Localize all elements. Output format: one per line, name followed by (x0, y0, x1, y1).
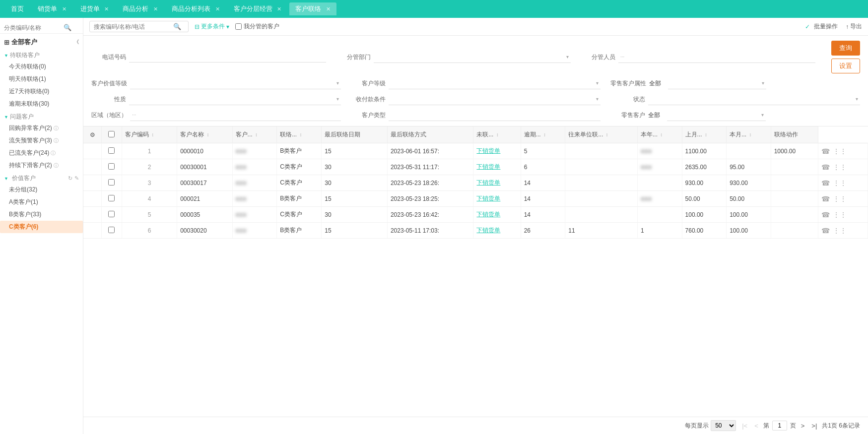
filter-phone-input[interactable] (129, 52, 326, 62)
row-checkbox-cell[interactable] (102, 191, 122, 207)
row-checkbox[interactable] (108, 147, 115, 154)
row-checkbox-cell[interactable] (102, 175, 122, 191)
filter-retail-customer-select[interactable]: ▾ (667, 109, 766, 121)
search-icon[interactable]: 🔍 (173, 23, 181, 30)
contact-icon[interactable]: ☎ (821, 211, 830, 219)
nav-purchase-order[interactable]: 进货单 ✕ (74, 2, 115, 15)
col-settings[interactable]: ⚙ (83, 126, 102, 143)
nav-product-analysis-list[interactable]: 商品分析列表 ✕ (166, 2, 226, 15)
more-filters-btn[interactable]: ⊟ 更多条件 ▾ (195, 22, 229, 31)
row-checkbox[interactable] (108, 211, 115, 217)
filter-status-select[interactable]: ▾ (648, 93, 860, 105)
filter-level-select[interactable]: ▾ (389, 77, 601, 89)
close-icon[interactable]: ✕ (104, 6, 109, 12)
row-checkbox-cell[interactable] (102, 207, 122, 223)
batch-ops-btn[interactable]: 批量操作 (814, 22, 838, 31)
select-all-checkbox[interactable] (108, 131, 115, 137)
contact-icon[interactable]: ☎ (821, 147, 830, 155)
row-last-contact-method[interactable]: 下销货单 (473, 159, 521, 175)
sort-icon[interactable]: ↕ (207, 132, 209, 137)
first-page-btn[interactable]: |< (740, 421, 749, 431)
row-checkbox-cell[interactable] (102, 143, 122, 159)
my-customers-check[interactable] (235, 23, 242, 30)
close-icon[interactable]: ✕ (277, 6, 281, 12)
contact-icon[interactable]: ☎ (821, 195, 830, 203)
sort-icon[interactable]: ↕ (749, 132, 751, 137)
sort-icon[interactable]: ↕ (151, 132, 154, 137)
contact-method-link[interactable]: 下销货单 (476, 211, 500, 218)
sidebar-item-tomorrow-pending[interactable]: 明天待联络(1) (0, 73, 83, 85)
contact-method-link[interactable]: 下销货单 (476, 163, 500, 170)
sort-icon[interactable]: ↕ (255, 132, 258, 137)
more-icon[interactable]: ⋮⋮ (833, 163, 847, 171)
sidebar-search-box[interactable]: 🔍 (0, 22, 83, 34)
col-checkbox[interactable] (102, 126, 122, 143)
row-checkbox[interactable] (108, 179, 115, 186)
sidebar-item-c-class[interactable]: C类客户(6) (0, 221, 83, 233)
row-checkbox-cell[interactable] (102, 223, 122, 239)
close-icon[interactable]: ✕ (153, 6, 158, 12)
contact-method-link[interactable]: 下销货单 (476, 227, 500, 234)
query-button[interactable]: 查询 (831, 41, 860, 56)
contact-method-link[interactable]: 下销货单 (476, 147, 500, 154)
sidebar-item-7days-pending[interactable]: 近7天待联络(0) (0, 85, 83, 98)
row-checkbox[interactable] (108, 195, 115, 201)
sidebar-item-overdue-pending[interactable]: 逾期未联络(30) (0, 98, 83, 110)
sort-icon[interactable]: ↕ (496, 132, 499, 137)
filter-person-select[interactable]: ··· (618, 51, 815, 63)
export-btn[interactable]: ↑ 导出 (846, 22, 862, 31)
row-last-contact-method[interactable]: 下销货单 (473, 191, 521, 207)
nav-customer-contact[interactable]: 客户联络 ✕ (289, 2, 336, 15)
sidebar-all-customers[interactable]: ⊞ 全部客户 《 (0, 36, 83, 49)
more-icon[interactable]: ⋮⋮ (833, 147, 847, 155)
row-checkbox[interactable] (108, 163, 115, 170)
sidebar-item-abnormal-repurchase[interactable]: 回购异常客户(2) ⓘ (0, 122, 83, 134)
filter-retail-attr-select[interactable]: ▾ (668, 77, 766, 89)
search-box[interactable]: 🔍 (89, 21, 189, 32)
filter-gender-select[interactable]: ▾ (129, 93, 341, 105)
contact-icon[interactable]: ☎ (821, 227, 830, 235)
more-icon[interactable]: ⋮⋮ (833, 211, 847, 219)
filter-customer-type-select[interactable] (389, 109, 601, 121)
nav-customer-layer[interactable]: 客户分层经营 ✕ (228, 2, 288, 15)
contact-icon[interactable]: ☎ (821, 163, 830, 171)
sort-icon[interactable]: ↕ (300, 132, 302, 137)
filter-value-level-select[interactable]: ▾ (130, 77, 341, 89)
sort-icon[interactable]: ↕ (705, 132, 707, 137)
nav-product-analysis[interactable]: 商品分析 ✕ (117, 2, 164, 15)
my-customers-checkbox[interactable]: 我分管的客户 (235, 22, 279, 31)
more-icon[interactable]: ⋮⋮ (833, 195, 847, 203)
nav-sales-order[interactable]: 销货单 ✕ (32, 2, 72, 15)
more-icon[interactable]: ⋮⋮ (833, 179, 847, 187)
row-checkbox-cell[interactable] (102, 159, 122, 175)
contact-method-link[interactable]: 下销货单 (476, 179, 500, 186)
nav-home[interactable]: 首页 (5, 2, 30, 15)
sidebar-item-a-class[interactable]: A类客户(1) (0, 196, 83, 208)
contact-method-link[interactable]: 下销货单 (476, 195, 500, 202)
row-last-contact-method[interactable]: 下销货单 (473, 175, 521, 191)
row-last-contact-method[interactable]: 下销货单 (473, 223, 521, 239)
sidebar-item-churned[interactable]: 已流失客户(24) ⓘ (0, 147, 83, 159)
row-last-contact-method[interactable]: 下销货单 (473, 207, 521, 223)
sidebar-item-ungrouped[interactable]: 未分组(32) (0, 184, 83, 196)
sort-icon[interactable]: ↕ (660, 132, 663, 137)
filter-dept-select[interactable]: ▾ (374, 51, 571, 63)
edit-icon[interactable]: ✎ (74, 175, 79, 182)
search-input[interactable] (94, 23, 173, 30)
sidebar-item-declining[interactable]: 持续下滑客户(2) ⓘ (0, 159, 83, 172)
prev-page-btn[interactable]: < (752, 421, 760, 431)
close-icon[interactable]: ✕ (62, 6, 67, 12)
contact-icon[interactable]: ☎ (821, 179, 830, 187)
page-input[interactable] (772, 421, 787, 431)
more-icon[interactable]: ⋮⋮ (833, 227, 847, 235)
filter-region-select[interactable]: ··· (130, 109, 341, 121)
last-page-btn[interactable]: >| (809, 421, 819, 431)
row-checkbox[interactable] (108, 227, 115, 233)
close-icon[interactable]: ✕ (215, 6, 220, 12)
sort-icon[interactable]: ↕ (606, 132, 608, 137)
sidebar-item-today-pending[interactable]: 今天待联络(0) (0, 61, 83, 73)
sidebar-item-churn-warning[interactable]: 流失预警客户(3) ⓘ (0, 134, 83, 147)
filter-payment-select[interactable]: ▾ (389, 93, 601, 105)
sidebar-search-input[interactable] (4, 24, 64, 31)
close-icon[interactable]: ✕ (326, 6, 331, 12)
